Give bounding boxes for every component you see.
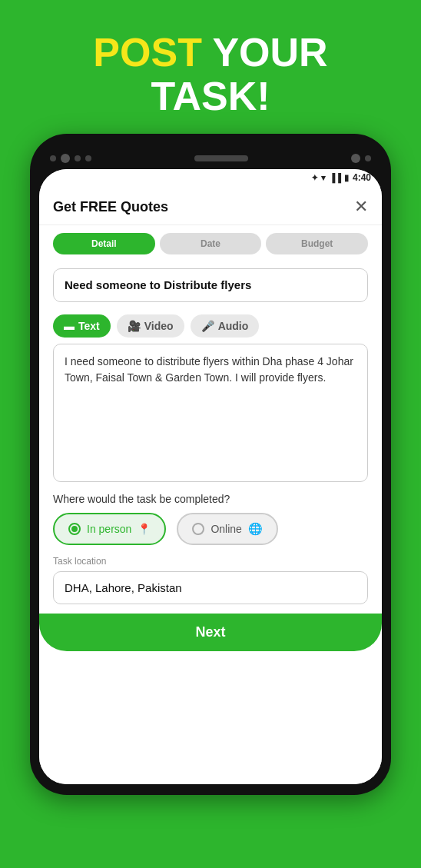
video-icon: 🎥: [128, 320, 141, 332]
signal-icon: ▐▐: [329, 173, 341, 182]
task-location-input[interactable]: DHA, Lahore, Pakistan: [53, 571, 368, 604]
pin-icon: 📍: [138, 523, 151, 535]
option-in-person[interactable]: In person 📍: [53, 513, 166, 545]
battery-icon: ▮: [344, 173, 349, 183]
bottom-bar: Next: [39, 614, 382, 651]
tab-video[interactable]: 🎥 Video: [117, 314, 184, 338]
header-your: YOUR: [202, 30, 328, 75]
phone-notch: [39, 148, 382, 169]
status-bar: ✦ ▾ ▐▐ ▮ 4:40: [39, 169, 382, 186]
status-icons: ✦ ▾ ▐▐ ▮: [311, 173, 349, 183]
page-header: POST YOUR TASK!: [93, 31, 327, 118]
text-icon: ▬: [64, 320, 75, 332]
location-options: In person 📍 Online 🌐: [53, 513, 368, 545]
notch-center: [194, 155, 248, 161]
phone-frame: ✦ ▾ ▐▐ ▮ 4:40 Get FREE Quotes ✕ Detail D…: [30, 134, 391, 795]
next-button[interactable]: Next: [195, 624, 225, 640]
notch-dot-r: [351, 154, 360, 163]
app-content: Get FREE Quotes ✕ Detail Date Budget Nee…: [39, 186, 382, 784]
header-task: TASK!: [93, 75, 327, 118]
progress-bar: Detail Date Budget: [39, 225, 382, 262]
in-person-label: In person: [87, 523, 131, 535]
step-budget[interactable]: Budget: [266, 233, 368, 254]
notch-dot-2: [61, 154, 70, 163]
close-button[interactable]: ✕: [354, 197, 368, 217]
step-detail[interactable]: Detail: [53, 233, 155, 254]
location-question: Where would the task be completed?: [53, 493, 368, 505]
radio-dot: [71, 526, 78, 532]
bluetooth-icon: ✦: [311, 173, 318, 183]
wifi-icon: ▾: [321, 173, 326, 183]
header-post: POST: [93, 30, 202, 75]
tab-audio[interactable]: 🎤 Audio: [191, 314, 260, 338]
phone-screen: ✦ ▾ ▐▐ ▮ 4:40 Get FREE Quotes ✕ Detail D…: [39, 169, 382, 784]
task-title-box: Need someone to Distribute flyers: [53, 268, 368, 302]
tab-text[interactable]: ▬ Text: [53, 314, 111, 338]
task-title: Need someone to Distribute flyers: [65, 278, 251, 291]
option-online[interactable]: Online 🌐: [177, 513, 277, 545]
audio-icon: 🎤: [201, 320, 214, 332]
notch-dot-3: [75, 155, 81, 161]
notch-dot-sm: [365, 155, 371, 161]
app-header: Get FREE Quotes ✕: [39, 186, 382, 225]
step-date[interactable]: Date: [160, 233, 262, 254]
status-time: 4:40: [353, 172, 371, 183]
location-section: Where would the task be completed? In pe…: [39, 482, 382, 604]
task-location-label: Task location: [53, 556, 368, 567]
radio-in-person: [68, 523, 81, 535]
radio-online: [192, 523, 204, 535]
online-label: Online: [210, 523, 241, 535]
app-title: Get FREE Quotes: [53, 199, 168, 215]
description-box[interactable]: I need someone to distribute flyers with…: [53, 344, 368, 482]
media-tabs: ▬ Text 🎥 Video 🎤 Audio: [53, 314, 368, 338]
globe-icon: 🌐: [248, 522, 263, 536]
notch-dot-1: [50, 155, 56, 161]
notch-dot-4: [85, 155, 91, 161]
description-text: I need someone to distribute flyers with…: [65, 355, 353, 384]
